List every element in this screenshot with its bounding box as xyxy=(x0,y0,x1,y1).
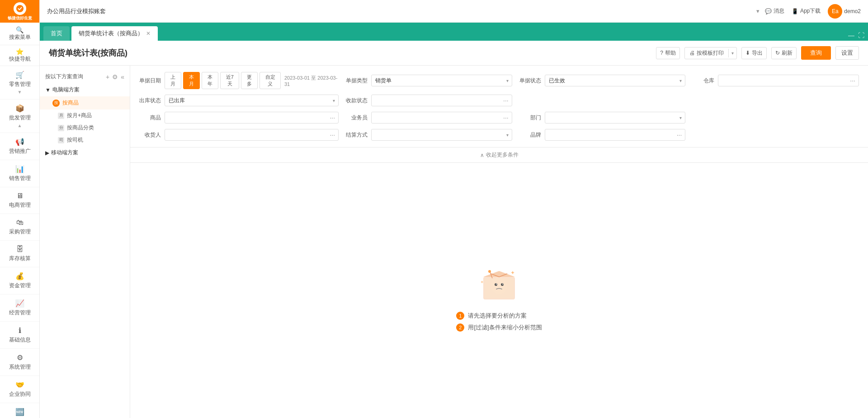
settlement-control: ▾ xyxy=(371,129,512,141)
warehouse-dots-button[interactable]: ··· xyxy=(850,77,855,84)
sidebar-item-enterprise-label: 企业协同 xyxy=(9,390,31,398)
tab-maximize-button[interactable]: ⛶ xyxy=(858,32,864,39)
sidebar-item-wholesale[interactable]: 📦 批发管理 ▲ xyxy=(0,100,39,133)
export-button[interactable]: ⬇ 导出 xyxy=(741,47,767,59)
print-dropdown-arrow[interactable]: ▾ xyxy=(728,49,736,57)
refresh-button[interactable]: ↻ 刷新 xyxy=(771,47,797,59)
filter-field-doc-status: 单据状态 已生效 ▾ xyxy=(519,75,686,86)
sidebar-item-ecommerce[interactable]: 🖥 电商管理 xyxy=(0,187,39,214)
department-select[interactable] xyxy=(545,112,686,124)
empty-state: ✦ ✦ 1 请先选择要分析的方案 2 用[过滤]条件来缩小分析范围 xyxy=(130,163,868,418)
recipient-input[interactable] xyxy=(165,129,339,141)
retail-icon: 🛒 xyxy=(15,71,24,79)
help-button[interactable]: ? 帮助 xyxy=(656,47,680,59)
sidebar-item-marketing-label: 营销推广 xyxy=(9,147,31,155)
refresh-label: 刷新 xyxy=(782,49,793,57)
recipient-dots-button[interactable]: ··· xyxy=(330,131,335,138)
tab-sales-stats[interactable]: 销货单统计表（按商品） ✕ xyxy=(71,26,158,41)
date-tab-this-year[interactable]: 本年 xyxy=(202,72,218,89)
ecommerce-icon: 🖥 xyxy=(16,192,24,200)
recipient-label: 收货人 xyxy=(139,131,161,139)
filter-field-brand: 品牌 ··· xyxy=(519,129,686,141)
print-icon: 🖨 xyxy=(689,50,695,56)
date-tab-last-7-days[interactable]: 近7天 xyxy=(220,72,239,89)
goods-dots-button[interactable]: ··· xyxy=(330,114,335,121)
doc-type-control: 销货单 ▾ xyxy=(371,75,512,86)
by-goods-icon: 按 xyxy=(52,100,60,107)
salesman-input[interactable] xyxy=(371,112,512,124)
filter-row-2: 出库状态 已出库 ▾ 收款状态 xyxy=(139,95,859,106)
topbar-user[interactable]: Ea demo2 xyxy=(828,4,861,19)
add-plan-button[interactable]: + xyxy=(106,73,109,81)
guide-icon: 🆕 xyxy=(15,408,24,416)
brand-input[interactable] xyxy=(545,129,686,141)
wholesale-icon: 📦 xyxy=(15,104,24,113)
query-button[interactable]: 查询 xyxy=(801,46,831,60)
department-label: 部门 xyxy=(519,114,541,122)
quick-nav-item[interactable]: ⭐ 快捷导航 xyxy=(0,45,39,66)
settlement-select[interactable] xyxy=(371,129,512,141)
sidebar-item-basic[interactable]: ℹ 基础信息 xyxy=(0,322,39,349)
tab-minimize-button[interactable]: — xyxy=(848,32,854,39)
app-download-icon: 📱 xyxy=(792,8,798,14)
tree-item-by-month-goods[interactable]: 月 按月+商品 xyxy=(40,109,130,122)
sidebar-item-purchase[interactable]: 🛍 采购管理 xyxy=(0,214,39,241)
sidebar-item-guide[interactable]: 🆕 新手引导 xyxy=(0,403,39,418)
receipt-status-dots-button[interactable]: ··· xyxy=(503,97,509,104)
tree-item-by-cashier[interactable]: 司 按司机 xyxy=(40,134,130,146)
sidebar-item-finance[interactable]: 💰 资金管理 xyxy=(0,267,39,294)
sidebar-item-operations[interactable]: 📈 经营管理 xyxy=(0,294,39,322)
sidebar-item-inventory[interactable]: 🗄 库存核算 xyxy=(0,241,39,267)
sidebar-item-retail[interactable]: 🛒 零售管理 ▼ xyxy=(0,66,39,100)
print-button[interactable]: 🖨 按模板打印 xyxy=(685,48,728,59)
date-tab-custom[interactable]: 自定义 xyxy=(259,72,281,89)
out-status-select[interactable]: 已出库 xyxy=(165,95,339,106)
brand-dots-button[interactable]: ··· xyxy=(677,131,682,138)
date-tab-more[interactable]: 更多 xyxy=(241,72,258,89)
sidebar-item-retail-label: 零售管理 xyxy=(9,81,31,88)
goods-input[interactable] xyxy=(165,112,339,124)
tree-item-by-goods[interactable]: 按 按商品 xyxy=(40,96,130,109)
tree-group-mobile[interactable]: ▶ 移动端方案 xyxy=(40,146,130,159)
by-month-goods-label: 按月+商品 xyxy=(67,112,92,119)
topbar-message[interactable]: 💬 消息 xyxy=(765,7,784,15)
topbar-app-download[interactable]: 📱 App下载 xyxy=(792,7,821,15)
tab-sales-stats-label: 销货单统计表（按商品） xyxy=(79,29,143,38)
tree-group-desktop[interactable]: ▼ 电脑端方案 xyxy=(40,83,130,96)
tip-1-text: 请先选择要分析的方案 xyxy=(468,312,527,320)
out-status-label: 出库状态 xyxy=(139,97,161,104)
sidebar-item-basic-label: 基础信息 xyxy=(9,336,31,344)
receipt-status-input[interactable] xyxy=(371,95,512,106)
doc-type-select[interactable]: 销货单 xyxy=(371,75,512,86)
sidebar-item-enterprise[interactable]: 🤝 企业协同 xyxy=(0,376,39,403)
inventory-icon: 🗄 xyxy=(16,245,24,253)
collapse-up-icon: ∧ xyxy=(480,152,484,158)
collapse-panel-button[interactable]: « xyxy=(121,73,124,81)
empty-tip-1: 1 请先选择要分析的方案 xyxy=(456,312,542,320)
tab-close-button[interactable]: ✕ xyxy=(146,31,151,36)
tree-item-by-goods-category[interactable]: 分 按商品分类 xyxy=(40,122,130,134)
settings-plan-button[interactable]: ⚙ xyxy=(112,73,118,81)
sidebar-item-sales[interactable]: 📊 销售管理 xyxy=(0,160,39,187)
sidebar-item-marketing[interactable]: 📢 营销推广 xyxy=(0,133,39,160)
left-panel-header: 按以下方案查询 + ⚙ « xyxy=(40,70,130,83)
salesman-dots-button[interactable]: ··· xyxy=(503,114,509,121)
date-tab-this-month[interactable]: 本月 xyxy=(183,72,200,89)
sales-icon: 📊 xyxy=(15,165,24,173)
doc-status-select[interactable]: 已生效 xyxy=(545,75,686,86)
settings-button[interactable]: 设置 xyxy=(835,46,859,60)
recipient-control: ··· xyxy=(165,129,339,141)
collapse-button[interactable]: ∧ 收起更多条件 xyxy=(480,151,519,159)
goods-label: 商品 xyxy=(139,114,161,122)
doc-status-control: 已生效 ▾ xyxy=(545,75,686,86)
warehouse-input[interactable] xyxy=(718,75,859,86)
system-icon: ⚙ xyxy=(17,353,23,362)
search-menu-item[interactable]: 🔍 搜索菜单 xyxy=(0,23,39,45)
tab-home[interactable]: 首页 xyxy=(43,26,70,41)
tabs-bar: 首页 销货单统计表（按商品） ✕ — ⛶ xyxy=(40,23,868,41)
sidebar-logo[interactable]: 畅捷信好生意 xyxy=(0,0,39,23)
date-tab-last-month[interactable]: 上月 xyxy=(165,72,181,89)
tip-1-num: 1 xyxy=(456,312,464,320)
topbar-dropdown-arrow[interactable]: ▾ xyxy=(756,8,760,14)
sidebar-item-system[interactable]: ⚙ 系统管理 xyxy=(0,349,39,376)
